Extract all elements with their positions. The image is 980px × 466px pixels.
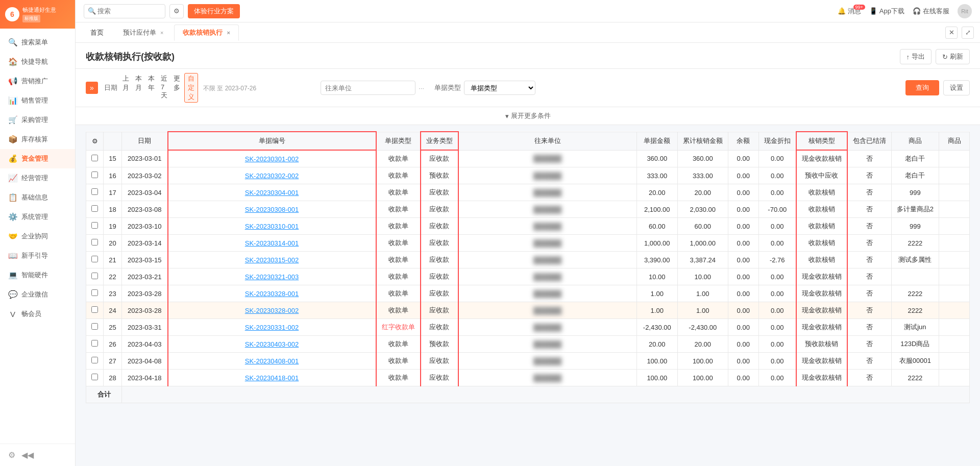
refresh-button[interactable]: ↻ 刷新	[936, 49, 970, 64]
row-checkbox[interactable]	[91, 273, 98, 279]
filter-toggle-button[interactable]: »	[86, 82, 98, 94]
cell-settings[interactable]	[86, 252, 104, 268]
trial-industry-button[interactable]: 体验行业方案	[188, 4, 240, 18]
row-checkbox[interactable]	[91, 222, 98, 229]
row-checkbox[interactable]	[91, 357, 98, 363]
date-7days[interactable]: 近7天	[159, 73, 169, 103]
date-more[interactable]: 更多	[172, 73, 182, 103]
sn-link[interactable]: SK-20230328-002	[245, 307, 299, 314]
online-support-link[interactable]: 🎧 在线客服	[913, 7, 949, 16]
tab-close-all-button[interactable]: ✕	[945, 27, 958, 39]
topnav-gear-button[interactable]: ⚙	[169, 4, 184, 18]
sn-link[interactable]: SK-20230315-002	[245, 256, 299, 264]
sidebar-item-shortcut[interactable]: 🏠 快捷导航	[0, 52, 75, 71]
sidebar-item-sales[interactable]: 📊 销售管理	[0, 91, 75, 110]
sidebar-item-enterprise[interactable]: 🤝 企业协同	[0, 227, 75, 246]
row-checkbox[interactable]	[91, 239, 98, 246]
date-this-month[interactable]: 本月	[133, 73, 144, 103]
sn-link[interactable]: SK-20230301-002	[245, 155, 299, 163]
cell-settings[interactable]	[86, 353, 104, 370]
cell-settings[interactable]	[86, 201, 104, 218]
sidebar-item-finance[interactable]: 💰 资金管理	[0, 149, 75, 168]
tab-restore-button[interactable]: ⤢	[962, 27, 974, 39]
sn-link[interactable]: SK-20230314-001	[245, 239, 299, 247]
sidebar-item-search[interactable]: 🔍 搜索菜单	[0, 33, 75, 52]
th-discount[interactable]: 现金折扣	[758, 132, 796, 150]
receipt-type-select[interactable]: 单据类型	[464, 81, 535, 95]
th-sn[interactable]: 单据编号	[168, 132, 376, 150]
sn-link[interactable]: SK-20230308-001	[245, 206, 299, 213]
th-biz[interactable]: 业务类型	[421, 132, 458, 150]
cell-settings[interactable]	[86, 319, 104, 336]
sidebar-item-basic[interactable]: 📋 基础信息	[0, 188, 75, 207]
th-goods[interactable]: 商品	[891, 132, 939, 150]
th-type[interactable]: 单据类型	[376, 132, 421, 150]
sn-link[interactable]: SK-20230408-001	[245, 357, 299, 365]
row-checkbox[interactable]	[91, 289, 98, 296]
row-checkbox[interactable]	[91, 323, 98, 330]
tab-collection-close-icon[interactable]: ×	[227, 30, 230, 36]
sn-link[interactable]: SK-20230331-002	[245, 324, 299, 331]
expand-more-button[interactable]: ▾ 展开更多条件	[501, 109, 555, 122]
collapse-icon[interactable]: ◀◀	[21, 450, 34, 460]
cell-settings[interactable]	[86, 370, 104, 386]
date-this-year[interactable]: 本年	[146, 73, 157, 103]
sn-link[interactable]: SK-20230302-002	[245, 172, 299, 180]
th-settings[interactable]: ⚙	[86, 132, 104, 150]
tab-home[interactable]: 首页	[82, 24, 112, 41]
sn-link[interactable]: SK-20230403-002	[245, 340, 299, 348]
tab-collection[interactable]: 收款核销执行 ×	[174, 24, 238, 41]
settings-gear-icon[interactable]: ⚙	[8, 450, 15, 460]
user-avatar[interactable]: Rit	[958, 4, 972, 18]
sn-link[interactable]: SK-20230321-003	[245, 273, 299, 281]
sidebar-item-guide[interactable]: 📖 新手引导	[0, 246, 75, 265]
cell-settings[interactable]	[86, 167, 104, 184]
sidebar-item-wechat[interactable]: 💬 企业微信	[0, 285, 75, 304]
th-goods2[interactable]: 商品	[939, 132, 970, 150]
cell-settings[interactable]	[86, 285, 104, 302]
th-amount[interactable]: 单据金额	[636, 132, 677, 150]
cell-settings[interactable]	[86, 302, 104, 319]
cell-settings[interactable]	[86, 184, 104, 201]
th-balance[interactable]: 余额	[728, 132, 758, 150]
row-checkbox[interactable]	[91, 205, 98, 212]
sn-link[interactable]: SK-20230304-001	[245, 189, 299, 197]
partner-more-dots[interactable]: ···	[419, 84, 424, 92]
sidebar-item-marketing[interactable]: 📢 营销推广	[0, 71, 75, 91]
row-checkbox[interactable]	[91, 306, 98, 313]
app-download-link[interactable]: 📱 App下载	[869, 7, 904, 16]
cell-settings[interactable]	[86, 150, 104, 167]
tab-prepay[interactable]: 预计应付单 ×	[114, 24, 172, 41]
sn-link[interactable]: SK-20230310-001	[245, 223, 299, 230]
sidebar-item-member[interactable]: V 畅会员	[0, 304, 75, 324]
filter-settings-button[interactable]: 设置	[943, 80, 970, 95]
row-checkbox[interactable]	[91, 374, 98, 380]
sidebar-item-operation[interactable]: 📈 经营管理	[0, 168, 75, 188]
th-cumulative[interactable]: 累计核销金额	[677, 132, 728, 150]
date-custom[interactable]: 自定义	[184, 73, 198, 103]
topnav-search-input[interactable]	[84, 4, 165, 18]
query-button[interactable]: 查询	[905, 80, 939, 95]
th-date[interactable]: 日期	[122, 132, 168, 150]
row-checkbox[interactable]	[91, 256, 98, 262]
cell-settings[interactable]	[86, 336, 104, 353]
export-button[interactable]: ↑ 导出	[900, 49, 932, 64]
sidebar-item-purchase[interactable]: 🛒 采购管理	[0, 110, 75, 130]
partner-filter-input[interactable]	[321, 81, 415, 95]
sidebar-item-inventory[interactable]: 📦 库存核算	[0, 130, 75, 149]
sn-link[interactable]: SK-20230328-001	[245, 290, 299, 298]
row-checkbox[interactable]	[91, 171, 98, 178]
row-checkbox[interactable]	[91, 188, 98, 195]
cell-settings[interactable]	[86, 235, 104, 252]
sidebar-item-hardware[interactable]: 💻 智能硬件	[0, 265, 75, 285]
th-partner[interactable]: 往来单位	[458, 132, 637, 150]
sn-link[interactable]: SK-20230418-001	[245, 374, 299, 382]
date-last-month[interactable]: 上月	[120, 73, 131, 103]
th-included[interactable]: 包含已结清	[847, 132, 892, 150]
th-cancel-type[interactable]: 核销类型	[796, 132, 847, 150]
sidebar-item-system[interactable]: ⚙️ 系统管理	[0, 207, 75, 227]
cell-settings[interactable]	[86, 268, 104, 285]
cell-settings[interactable]	[86, 218, 104, 235]
message-notification[interactable]: 🔔 消息 99+	[838, 7, 861, 16]
row-checkbox[interactable]	[91, 155, 98, 161]
